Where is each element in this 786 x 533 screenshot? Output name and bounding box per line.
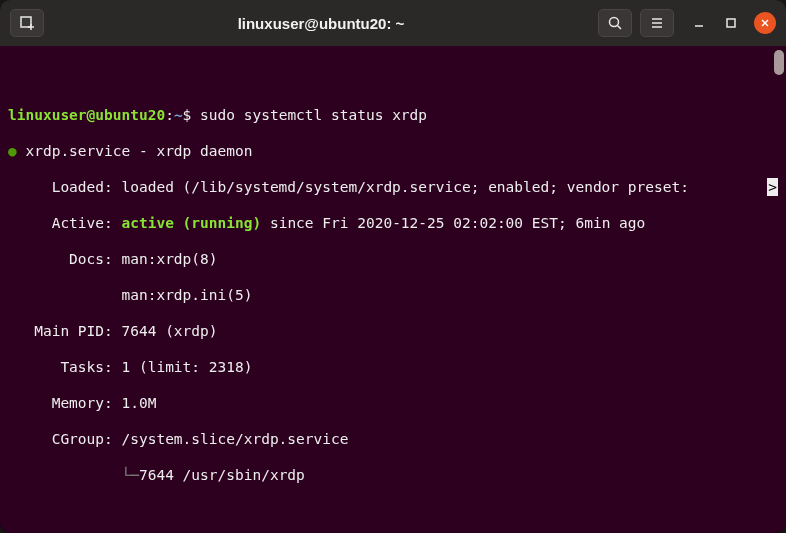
memory-line: Memory: 1.0M: [8, 394, 778, 412]
status-dot-icon: ●: [8, 143, 17, 159]
maximize-button[interactable]: [722, 14, 740, 32]
scrollbar-thumb[interactable]: [774, 50, 784, 75]
close-button[interactable]: [754, 12, 776, 34]
prompt-user-host: linuxuser@ubuntu20: [8, 107, 165, 123]
prompt-line: linuxuser@ubuntu20:~$ sudo systemctl sta…: [8, 106, 778, 124]
window-title: linuxuser@ubuntu20: ~: [52, 15, 590, 32]
menu-button[interactable]: [640, 9, 674, 37]
svg-line-4: [618, 26, 622, 30]
truncate-icon: >: [767, 178, 778, 196]
active-state: active (running): [122, 215, 262, 231]
docs-line-2: man:xrdp.ini(5): [8, 286, 778, 304]
search-icon: [607, 15, 623, 31]
terminal-content[interactable]: linuxuser@ubuntu20:~$ sudo systemctl sta…: [0, 46, 786, 533]
unit-line: ● xrdp.service - xrdp daemon: [8, 142, 778, 160]
prompt-path: ~: [174, 107, 183, 123]
hamburger-icon: [649, 15, 665, 31]
prompt-colon: :: [165, 107, 174, 123]
svg-rect-9: [727, 19, 735, 27]
svg-point-3: [610, 18, 619, 27]
cgroup-tree: └─7644 /usr/sbin/xrdp: [8, 466, 778, 484]
minimize-icon: [693, 17, 705, 29]
search-button[interactable]: [598, 9, 632, 37]
terminal-window: linuxuser@ubuntu20: ~ linuxuser@ubuntu20…: [0, 0, 786, 533]
svg-rect-0: [21, 17, 31, 27]
blank-line: [8, 502, 778, 520]
tasks-line: Tasks: 1 (limit: 2318): [8, 358, 778, 376]
active-line: Active: active (running) since Fri 2020-…: [8, 214, 778, 232]
loaded-line: Loaded: loaded (/lib/systemd/system/xrdp…: [8, 178, 778, 196]
window-controls: [690, 12, 776, 34]
maximize-icon: [725, 17, 737, 29]
prompt-dollar: $: [183, 107, 200, 123]
minimize-button[interactable]: [690, 14, 708, 32]
titlebar: linuxuser@ubuntu20: ~: [0, 0, 786, 46]
mainpid-line: Main PID: 7644 (xrdp): [8, 322, 778, 340]
docs-line-1: Docs: man:xrdp(8): [8, 250, 778, 268]
command-text: sudo systemctl status xrdp: [200, 107, 427, 123]
close-icon: [760, 18, 770, 28]
cgroup-line: CGroup: /system.slice/xrdp.service: [8, 430, 778, 448]
new-tab-button[interactable]: [10, 9, 44, 37]
